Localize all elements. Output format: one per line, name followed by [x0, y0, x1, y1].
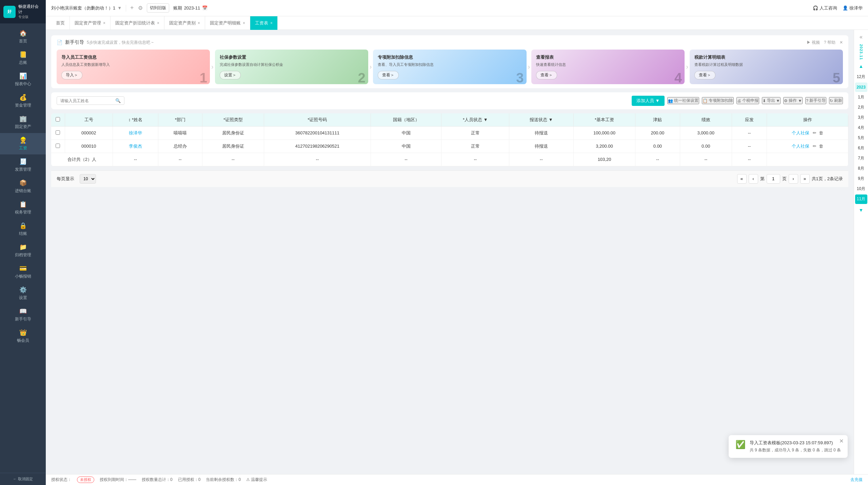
- panel-month-8月[interactable]: 8月: [855, 164, 867, 173]
- search-input[interactable]: [60, 98, 113, 103]
- footer-perf-dash: --: [680, 153, 732, 166]
- status-filter-icon[interactable]: ▼: [484, 117, 488, 122]
- guide-close-btn[interactable]: ✕: [840, 40, 843, 45]
- sidebar-item-reports[interactable]: 📊报表中心: [0, 69, 46, 90]
- user-profile[interactable]: 👤 徐泽华: [843, 5, 863, 11]
- row-name-0[interactable]: 徐泽华: [113, 126, 158, 139]
- step-5-button[interactable]: 查看＞: [694, 71, 715, 79]
- sidebar-item-archive[interactable]: 📁归档管理: [0, 240, 46, 261]
- panel-month-5月[interactable]: 5月: [855, 133, 867, 143]
- tab-close-fixed_assets_mgmt[interactable]: ×: [103, 21, 105, 25]
- switch-version-button[interactable]: 切到旧版: [147, 3, 169, 13]
- guide-video-link[interactable]: ▶ 视频: [807, 40, 820, 45]
- page-number-input[interactable]: [767, 174, 780, 184]
- sidebar-item-home[interactable]: 🏠首页: [0, 26, 46, 48]
- operations-button[interactable]: ⚙ 操作 ▼: [783, 97, 803, 104]
- panel-month-1月[interactable]: 1月: [855, 93, 867, 102]
- row-delete-icon-0[interactable]: 🗑: [819, 130, 823, 135]
- panel-month-4月[interactable]: 4月: [855, 123, 867, 133]
- row-social-insurance-0[interactable]: 个人社保: [792, 130, 809, 135]
- tab-depreciation[interactable]: 固定资产折旧统计表×: [111, 16, 164, 30]
- tab-close-payroll_table[interactable]: ×: [270, 21, 273, 25]
- panel-month-10月[interactable]: 10月: [855, 184, 867, 194]
- row-ops-0[interactable]: 个人社保 ✏ 🗑: [767, 126, 848, 139]
- add-account-icon[interactable]: +: [130, 4, 134, 12]
- guide-help-link[interactable]: ? 帮助: [824, 40, 835, 45]
- row-edit-icon-0[interactable]: ✏: [813, 130, 816, 135]
- sidebar-item-closing[interactable]: 🔒结账: [0, 219, 46, 240]
- row-checkbox-0[interactable]: [51, 126, 65, 139]
- refresh-button[interactable]: ↻ 刷新: [829, 97, 843, 104]
- sidebar-item-funds[interactable]: 💰资金管理: [0, 90, 46, 112]
- row-name-1[interactable]: 李俊杰: [113, 139, 158, 153]
- unpin-button[interactable]: ← 取消固定: [0, 473, 46, 485]
- row-checkbox-1[interactable]: [51, 139, 65, 153]
- select-all-checkbox[interactable]: [56, 117, 60, 122]
- last-page-button[interactable]: »: [800, 174, 810, 184]
- panel-month-6月[interactable]: 6月: [855, 144, 867, 153]
- step-2-button[interactable]: 设置＞: [220, 71, 241, 79]
- export-button[interactable]: ⬇ 导出 ▼: [762, 97, 781, 104]
- panel-month-9月[interactable]: 9月: [855, 174, 867, 184]
- sidebar-item-member[interactable]: 👑畅会员: [0, 325, 46, 347]
- step-3-button[interactable]: 查看＞: [378, 71, 399, 79]
- tab-detail[interactable]: 固定资产明细账×: [205, 16, 250, 30]
- first-page-button[interactable]: «: [737, 174, 747, 184]
- add-employee-button[interactable]: 添加人员 ▼: [632, 96, 665, 106]
- prev-page-button[interactable]: ‹: [749, 174, 758, 184]
- panel-month-11月[interactable]: 11月: [855, 194, 867, 204]
- next-page-button[interactable]: ›: [789, 174, 798, 184]
- row-edit-icon-1[interactable]: ✏: [813, 144, 816, 149]
- social-insurance-button[interactable]: 👥 统一社保设置: [667, 97, 699, 104]
- home-icon: 🏠: [19, 30, 27, 37]
- panel-month-3月[interactable]: 3月: [855, 113, 867, 123]
- panel-expand-button[interactable]: «: [854, 33, 868, 41]
- search-box[interactable]: 🔍: [57, 96, 124, 105]
- sidebar-item-expense[interactable]: 💳小畅报销: [0, 261, 46, 283]
- step-1-button[interactable]: 导入＞: [61, 71, 82, 79]
- sidebar-item-invoices[interactable]: 🧾发票管理: [0, 154, 46, 176]
- sidebar-item-inventory[interactable]: 📦进销台账: [0, 176, 46, 197]
- people-icon: 👥: [668, 98, 673, 103]
- guide-icon: 📖: [19, 307, 27, 315]
- sidebar-item-settings[interactable]: ⚙️设置: [0, 283, 46, 304]
- panel-up-button[interactable]: ▲: [856, 63, 866, 70]
- sidebar-item-ledger[interactable]: 📒总账: [0, 48, 46, 69]
- tax-declaration-button[interactable]: 🖨 个税申报: [736, 97, 759, 104]
- tab-fixed_assets_mgmt[interactable]: 固定资产管理×: [70, 16, 111, 30]
- footer-total: 合计共（2）人: [51, 153, 113, 166]
- support-button[interactable]: 🎧 人工咨询: [813, 5, 837, 11]
- tab-payroll_table[interactable]: 工资表×: [250, 16, 278, 30]
- tab-close-depreciation[interactable]: ×: [157, 21, 159, 25]
- tab-close-categories[interactable]: ×: [198, 21, 200, 25]
- guide-steps: 导入员工工资信息 人员信息及工资数据新增导入 导入＞ 1 › 社保参数设置 完成…: [57, 50, 843, 84]
- step-4-button[interactable]: 查看＞: [536, 71, 557, 79]
- settings-icon[interactable]: ⚙: [138, 5, 143, 11]
- row-social-insurance-1[interactable]: 个人社保: [792, 144, 809, 149]
- tab-close-detail[interactable]: ×: [243, 21, 245, 25]
- panel-down-button[interactable]: ▼: [856, 207, 866, 213]
- calendar-icon[interactable]: 📅: [202, 5, 208, 11]
- tab-categories[interactable]: 固定资产类别×: [164, 16, 205, 30]
- sidebar-item-tax[interactable]: 📋税务管理: [0, 197, 46, 219]
- per-page-select[interactable]: 10 20 50: [80, 174, 96, 184]
- upgrade-link[interactable]: 去充值: [850, 477, 863, 483]
- panel-month-12月[interactable]: 12月: [855, 72, 867, 82]
- special-deduction-button[interactable]: 📋 专项附加扣除: [702, 97, 734, 104]
- panel-year-header: 2023: [855, 82, 867, 92]
- app-edition: 专业版: [18, 15, 42, 19]
- settings-icon: ⚙️: [19, 286, 27, 294]
- guide-btn[interactable]: ? 新手引导: [805, 97, 826, 104]
- sidebar-item-fixed_assets[interactable]: 🏢固定资产: [0, 112, 46, 133]
- panel-month-7月[interactable]: 7月: [855, 154, 867, 163]
- toast-close-button[interactable]: ✕: [839, 438, 844, 444]
- row-ops-1[interactable]: 个人社保 ✏ 🗑: [767, 139, 848, 153]
- report-filter-icon[interactable]: ▼: [549, 117, 553, 122]
- sidebar-item-payroll[interactable]: 👷工资: [0, 133, 46, 154]
- panel-month-2月[interactable]: 2月: [855, 103, 867, 112]
- row-delete-icon-1[interactable]: 🗑: [819, 144, 823, 149]
- per-page-label: 每页显示: [57, 176, 74, 182]
- account-selector[interactable]: 刘小艳演示账套（勿删勿动！）1 ▼: [51, 5, 122, 11]
- tab-home[interactable]: 首页: [51, 16, 70, 30]
- sidebar-item-guide[interactable]: 📖新手引导: [0, 304, 46, 325]
